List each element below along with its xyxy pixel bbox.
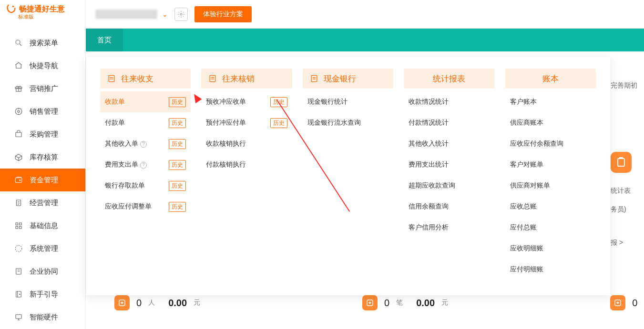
history-link[interactable]: 历史 [169,118,186,128]
compass-icon [14,61,23,70]
menu-item[interactable]: 客户信用分析 [404,217,494,238]
svg-rect-21 [210,75,216,81]
menu-item[interactable]: 银行存取款单历史 [100,175,191,196]
tag-icon [14,107,23,116]
doc-icon [107,74,116,83]
trial-industry-button[interactable]: 体验行业方案 [194,6,252,22]
menu-item-label: 供应商对账单 [510,181,550,190]
sidebar-item-clipboard[interactable]: 经营管理 [0,191,85,214]
menu-item-label: 银行存取款单 [105,181,145,190]
history-link[interactable]: 历史 [169,97,186,107]
column-title: 往来收支 [121,73,153,84]
sidebar-item-book[interactable]: 新手引导 [0,283,85,306]
menu-item[interactable]: 现金银行统计 [303,91,393,112]
flyout-column-header: 往来收支 [100,69,191,89]
box-icon [14,153,23,161]
sidebar-item-board[interactable]: 企业协同 [0,260,85,283]
gear-icon [177,10,185,18]
menu-item[interactable]: 收款单历史 [100,91,191,112]
grid-icon [14,221,23,230]
menu-item[interactable]: 收款情况统计 [404,91,494,112]
menu-item[interactable]: 其他收入单?历史 [100,133,191,154]
svg-point-8 [20,179,20,180]
sidebar-item-label: 库存核算 [30,153,58,162]
svg-rect-6 [16,132,21,137]
history-link[interactable]: 历史 [169,160,186,170]
org-selector[interactable]: ⌄ [95,10,168,19]
menu-item[interactable]: 其他收入统计 [404,133,494,154]
menu-item[interactable]: 应付总账 [505,217,596,238]
menu-item-label: 费用支出统计 [409,160,449,169]
menu-item[interactable]: 应收应付余额查询 [505,133,596,154]
svg-rect-10 [16,223,18,225]
settings-button[interactable] [174,8,188,21]
stat-count: 0 [136,298,142,309]
clip-icon[interactable] [611,152,632,173]
sidebar-item-wallet[interactable]: 资金管理 [0,169,85,191]
svg-rect-13 [20,227,22,229]
menu-item[interactable]: 应收应付调整单历史 [100,196,191,217]
gift-icon [14,84,23,93]
peek-text-4[interactable]: 报 > [611,233,644,252]
menu-item[interactable]: 预付冲应付单历史 [201,112,292,133]
help-icon[interactable]: ? [140,141,147,148]
menu-item[interactable]: 应收明细账 [505,238,596,259]
sidebar-item-label: 经营管理 [30,199,58,208]
svg-rect-7 [15,178,22,183]
menu-item-label: 应收应付余额查询 [510,140,563,148]
menu-item[interactable]: 费用支出单?历史 [100,154,191,175]
cart-icon [14,130,23,139]
tab-home[interactable]: 首页 [86,29,123,51]
menu-item-label: 收款核销执行 [206,140,246,148]
stat-block: 0人0.00元 [114,295,200,310]
sidebar-item-tag[interactable]: 销售管理 [0,100,85,123]
menu-item-label: 收款单 [105,98,125,106]
svg-point-0 [12,6,14,8]
sidebar-item-grid[interactable]: 基础信息 [0,214,85,237]
sidebar-item-label: 智能硬件 [30,313,58,322]
sidebar-item-box[interactable]: 库存核算 [0,146,85,169]
help-icon[interactable]: ? [140,162,147,169]
menu-item[interactable]: 信用余额查询 [404,196,494,217]
menu-item-label: 应收应付调整单 [105,202,152,211]
brand-name: 畅捷通好生意 [19,4,65,14]
menu-item[interactable]: 应收总账 [505,196,596,217]
svg-rect-11 [20,223,22,225]
menu-item[interactable]: 客户对账单 [505,154,596,175]
column-title: 账本 [542,73,559,84]
menu-item[interactable]: 现金银行流水查询 [303,112,393,133]
stat-count-unit: 人 [148,299,155,307]
sidebar-item-gift[interactable]: 营销推广 [0,77,85,100]
stat-block: 0笔0.00元 [362,295,448,310]
history-link[interactable]: 历史 [169,181,186,191]
menu-item[interactable]: 供应商账本 [505,112,596,133]
menu-item-label: 预付冲应付单 [206,119,246,127]
menu-item[interactable]: 供应商对账单 [505,175,596,196]
topbar: ⌄ 体验行业方案 [86,0,644,29]
menu-item[interactable]: 应付明细账 [505,259,596,280]
sidebar-item-tv[interactable]: 智能硬件 [0,306,85,329]
sidebar-item-label: 新手引导 [30,290,58,299]
menu-item[interactable]: 客户账本 [505,91,596,112]
svg-point-5 [18,110,20,113]
menu-item-label: 预收冲应收单 [206,98,246,106]
menu-item[interactable]: 付款情况统计 [404,112,494,133]
history-link[interactable]: 历史 [169,202,186,212]
history-link[interactable]: 历史 [270,118,287,128]
menu-item[interactable]: 收款核销执行 [201,133,292,154]
menu-item[interactable]: 超期应收款查询 [404,175,494,196]
column-title: 统计报表 [433,73,465,84]
peek-text-3: 务员) [611,200,644,219]
sidebar-item-search[interactable]: 搜索菜单 [0,31,85,54]
menu-item[interactable]: 付款单历史 [100,112,191,133]
menu-item[interactable]: 费用支出统计 [404,154,494,175]
menu-item[interactable]: 付款核销执行 [201,154,292,175]
clipboard-icon [14,199,23,207]
sidebar-item-cart[interactable]: 采购管理 [0,123,85,146]
sidebar-item-label: 基础信息 [30,221,58,230]
menu-item-label: 付款单 [105,119,125,127]
stat-icon [362,295,378,310]
sidebar-item-dots[interactable]: 系统管理 [0,237,85,260]
history-link[interactable]: 历史 [169,139,186,149]
sidebar-item-compass[interactable]: 快捷导航 [0,54,85,77]
